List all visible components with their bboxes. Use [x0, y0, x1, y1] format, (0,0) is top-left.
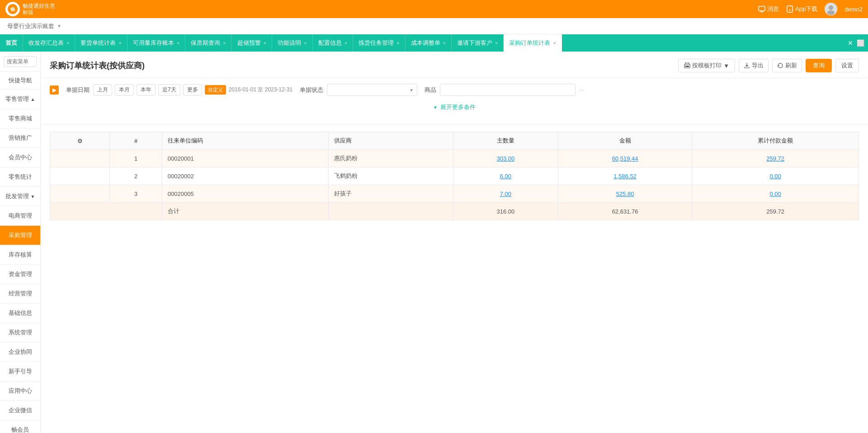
refresh-button[interactable]: 刷新: [772, 59, 802, 72]
preset-this-year[interactable]: 本年: [137, 84, 156, 95]
logo-icon: 畅: [5, 2, 20, 16]
close-tab-goods-stats[interactable]: ×: [118, 40, 121, 46]
table-footer-row: 合计 316.00 62,631.76 259.72: [50, 203, 859, 220]
tab-invite-downstream[interactable]: 邀请下游客户 ×: [452, 34, 504, 52]
row-settings: [50, 185, 110, 203]
preset-7days[interactable]: 近7天: [158, 84, 180, 95]
message-btn[interactable]: 消息: [758, 5, 779, 13]
status-select-wrapper: [327, 84, 417, 96]
footer-label: 合计: [162, 203, 329, 220]
sidebar-item-quicknav[interactable]: 快捷导航: [0, 72, 40, 90]
close-tab-invite-downstream[interactable]: ×: [495, 40, 498, 46]
close-tab-available-stock[interactable]: ×: [177, 40, 179, 46]
sidebar-item-retail-shop[interactable]: 零售商城: [0, 109, 40, 128]
expand-more-button[interactable]: ▼ 展开更多条件: [433, 100, 476, 115]
close-tab-function-desc[interactable]: ×: [304, 40, 307, 46]
row-index: 2: [110, 167, 162, 185]
sidebar-item-retail-mgmt[interactable]: 零售管理 ▲: [0, 90, 40, 109]
sidebar-item-basic-info[interactable]: 基础信息: [0, 304, 40, 323]
goods-filter-input[interactable]: [440, 84, 576, 96]
sidebar-item-member-center[interactable]: 会员中心: [0, 148, 40, 167]
maximize-icon[interactable]: ⬜: [857, 39, 864, 47]
row-unit-code: 00020001: [162, 150, 329, 167]
sidebar-item-app-center[interactable]: 应用中心: [0, 381, 40, 401]
tab-receive-summary[interactable]: 收发存汇总表 ×: [23, 34, 75, 52]
table-row: 1 00020001 惠氏奶粉 303.00 60,519.44 259.72: [50, 150, 859, 167]
row-main-qty: 7.00: [453, 185, 558, 203]
tab-expiry-query[interactable]: 保质期查询 ×: [185, 34, 231, 52]
sidebar-item-sys-mgmt[interactable]: 系统管理: [0, 323, 40, 343]
sidebar-item-ecommerce-mgmt[interactable]: 电商管理: [0, 206, 40, 226]
tab-overstock-alert[interactable]: 超储预警 ×: [232, 34, 272, 52]
goods-filter-label: 商品: [425, 86, 436, 94]
date-range-display: 2016-01-01 至 2023-12-31: [229, 86, 292, 94]
close-tab-cost-adjust[interactable]: ×: [443, 40, 446, 46]
close-all-tabs-icon[interactable]: ✕: [848, 39, 853, 47]
preset-this-month[interactable]: 本月: [115, 84, 134, 95]
sidebar-item-retail-stats[interactable]: 零售统计: [0, 167, 40, 187]
tab-cost-adjust[interactable]: 成本调整单 ×: [406, 34, 452, 52]
search-input[interactable]: [4, 56, 37, 67]
svg-point-4: [789, 10, 791, 11]
tab-function-desc[interactable]: 功能说明 ×: [272, 34, 312, 52]
sidebar: 快捷导航 零售管理 ▲ 零售商城 营销推广 会员中心 零售统计 批发管理 ▼ 电…: [0, 52, 41, 433]
print-button[interactable]: 按模板打印 ▼: [678, 59, 735, 72]
col-settings: ⚙: [50, 132, 110, 150]
footer-empty-1: [50, 203, 162, 220]
custom-date-badge[interactable]: 自定义: [205, 85, 226, 95]
tab-available-stock[interactable]: 可用量库存账本 ×: [127, 34, 185, 52]
sidebar-item-inventory[interactable]: 库存核算: [0, 245, 40, 265]
query-button[interactable]: 查询: [806, 59, 832, 72]
expand-more-row: ▼ 展开更多条件: [50, 96, 859, 119]
preset-last-month[interactable]: 上月: [93, 84, 112, 95]
col-unit-code: 往来单位编码: [162, 132, 329, 150]
export-button[interactable]: 导出: [739, 59, 769, 72]
filter-area: ▶ 单据日期 上月 本月 本年 近7天 更多 自定义 2016-01-01 至 …: [41, 78, 868, 124]
row-paid-amount: 259.72: [692, 150, 859, 167]
tab-purchase-stats[interactable]: 采购订单统计表 ×: [504, 34, 561, 52]
filter-status-item: 单据状态: [300, 84, 417, 96]
sidebar-item-ops-mgmt[interactable]: 经营管理: [0, 284, 40, 304]
user-avatar[interactable]: [825, 3, 837, 15]
row-supplier: 惠氏奶粉: [329, 150, 453, 167]
sidebar-item-finance-mgmt[interactable]: 资金管理: [0, 265, 40, 284]
sidebar-item-purchase-mgmt[interactable]: 采购管理: [0, 226, 40, 245]
close-tab-picking-task[interactable]: ×: [396, 40, 399, 46]
close-tab-overstock-alert[interactable]: ×: [264, 40, 266, 46]
settings-button[interactable]: 设置: [835, 59, 859, 72]
collapse-filter-button[interactable]: ▶: [50, 86, 59, 95]
goods-more-icon[interactable]: ···: [579, 86, 584, 93]
content-area: 采购订单统计表(按供应商) 按模板打印 ▼ 导出 刷新: [41, 52, 868, 433]
workspace-selector[interactable]: 母婴行业演示账套 ▼: [7, 22, 61, 30]
sidebar-item-enterprise-wechat[interactable]: 企业微信: [0, 401, 40, 420]
sidebar-item-member[interactable]: 畅会员: [0, 420, 40, 433]
retail-mgmt-arrow-icon: ▲: [31, 97, 35, 102]
close-tab-config-info[interactable]: ×: [344, 40, 347, 46]
row-amount: 525.80: [558, 185, 692, 203]
main-layout: 快捷导航 零售管理 ▲ 零售商城 营销推广 会员中心 零售统计 批发管理 ▼ 电…: [0, 52, 868, 433]
row-index: 3: [110, 185, 162, 203]
preset-more[interactable]: 更多: [183, 84, 202, 95]
user-name[interactable]: demo2: [844, 6, 863, 13]
sidebar-item-onboarding[interactable]: 新手引导: [0, 362, 40, 381]
sidebar-item-marketing[interactable]: 营销推广: [0, 128, 40, 148]
sidebar-item-enterprise-collab[interactable]: 企业协同: [0, 343, 40, 362]
sidebar-item-wholesale-mgmt[interactable]: 批发管理 ▼: [0, 187, 40, 206]
col-index: #: [110, 132, 162, 150]
footer-empty-2: [329, 203, 453, 220]
close-tab-purchase-stats[interactable]: ×: [553, 40, 556, 46]
tab-picking-task[interactable]: 拣货任务管理 ×: [353, 34, 405, 52]
nav-tabs: 首页 收发存汇总表 × 要货单统计表 × 可用量库存账本 × 保质期查询 × 超…: [0, 34, 868, 52]
row-amount: 60,519.44: [558, 150, 692, 167]
row-settings: [50, 150, 110, 167]
col-settings-icon[interactable]: ⚙: [77, 138, 83, 144]
page-header: 采购订单统计表(按供应商) 按模板打印 ▼ 导出 刷新: [41, 52, 868, 78]
app-download-btn[interactable]: App下载: [786, 5, 817, 13]
close-tab-expiry-query[interactable]: ×: [223, 40, 226, 46]
tab-config-info[interactable]: 配置信息 ×: [313, 34, 353, 52]
tab-goods-stats[interactable]: 要货单统计表 ×: [75, 34, 127, 52]
close-tab-receive-summary[interactable]: ×: [66, 40, 69, 46]
tab-home[interactable]: 首页: [0, 34, 23, 52]
status-select[interactable]: [327, 84, 417, 96]
print-dropdown-icon: ▼: [723, 62, 729, 69]
